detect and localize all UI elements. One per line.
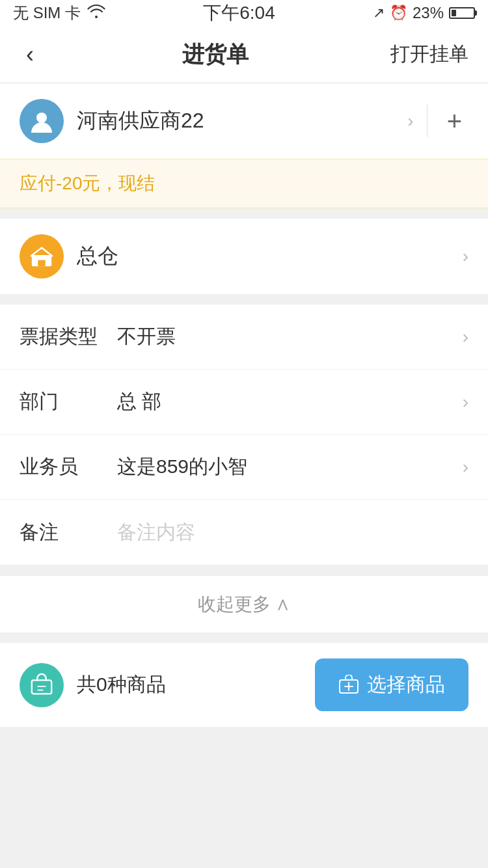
department-row[interactable]: 部门 总 部 ›	[0, 370, 488, 435]
wifi-icon	[87, 4, 105, 22]
invoice-value: 不开票	[104, 323, 456, 350]
collapse-button[interactable]: 收起更多 ∧	[0, 575, 488, 632]
remark-input[interactable]: 备注内容	[104, 519, 468, 546]
carrier-label: 无 SIM 卡	[13, 3, 81, 23]
remark-row[interactable]: 备注 备注内容	[0, 500, 488, 565]
open-pending-button[interactable]: 打开挂单	[390, 41, 468, 68]
product-icon	[20, 663, 64, 707]
salesman-label: 业务员	[20, 454, 104, 480]
alarm-icon: ⏰	[390, 5, 407, 21]
form-card: 票据类型 不开票 › 部门 总 部 › 业务员 这是859的小智 › 备注 备注…	[0, 305, 488, 565]
nav-bar: ‹ 进货单 打开挂单	[0, 26, 488, 83]
invoice-row[interactable]: 票据类型 不开票 ›	[0, 305, 488, 370]
battery-icon	[449, 7, 475, 19]
invoice-chevron-icon: ›	[463, 327, 468, 347]
notice-bar: 应付-20元，现结	[0, 159, 488, 208]
add-supplier-button[interactable]: +	[441, 107, 468, 136]
department-value: 总 部	[104, 388, 456, 415]
select-product-label: 选择商品	[367, 671, 445, 698]
battery-percent: 23%	[413, 4, 444, 22]
supplier-chevron-icon: ›	[407, 111, 413, 131]
supplier-card: 河南供应商22 › + 应付-20元，现结	[0, 83, 488, 208]
collapse-label: 收起更多 ∧	[198, 592, 291, 617]
back-button[interactable]: ‹	[20, 34, 40, 75]
warehouse-name: 总仓	[77, 242, 463, 271]
notice-text: 应付-20元，现结	[20, 173, 155, 193]
product-count: 共0种商品	[77, 671, 302, 698]
invoice-label: 票据类型	[20, 323, 104, 350]
salesman-row[interactable]: 业务员 这是859的小智 ›	[0, 435, 488, 500]
location-icon: ↗	[373, 5, 385, 21]
svg-rect-2	[38, 260, 45, 267]
product-section: 共0种商品 选择商品	[0, 643, 488, 727]
status-left: 无 SIM 卡	[13, 3, 105, 23]
warehouse-row[interactable]: 总仓 ›	[0, 219, 488, 294]
svg-rect-3	[32, 680, 51, 694]
warehouse-chevron-icon: ›	[463, 246, 468, 267]
svg-point-0	[36, 113, 47, 123]
time-label: 下午6:04	[203, 1, 275, 25]
supplier-name: 河南供应商22	[77, 107, 407, 135]
salesman-value: 这是859的小智	[104, 454, 456, 480]
status-bar: 无 SIM 卡 下午6:04 ↗ ⏰ 23%	[0, 0, 488, 26]
department-label: 部门	[20, 388, 104, 415]
remark-label: 备注	[20, 519, 104, 546]
department-chevron-icon: ›	[463, 392, 468, 413]
content-area: 河南供应商22 › + 应付-20元，现结 总仓 › 票据类型 不开票 › 部门	[0, 83, 488, 727]
select-product-button[interactable]: 选择商品	[315, 658, 468, 711]
divider	[427, 105, 427, 137]
warehouse-icon	[20, 234, 64, 278]
page-title: 进货单	[182, 40, 249, 70]
salesman-chevron-icon: ›	[463, 457, 468, 478]
status-right: ↗ ⏰ 23%	[373, 4, 475, 22]
supplier-avatar	[20, 99, 64, 143]
supplier-row[interactable]: 河南供应商22 › +	[0, 83, 488, 159]
